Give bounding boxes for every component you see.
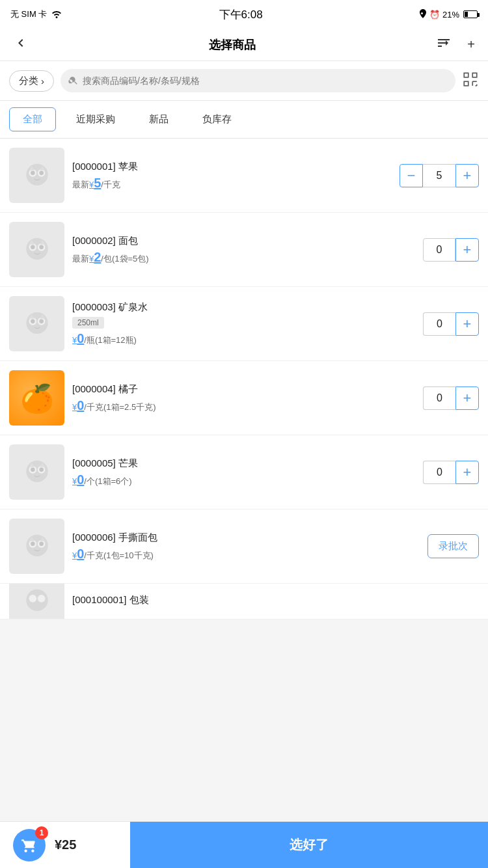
price-currency: ¥	[72, 550, 77, 560]
increase-button[interactable]: +	[455, 164, 479, 187]
price-currency: ¥	[72, 476, 77, 486]
battery-percent: 21%	[442, 10, 459, 20]
page-title: 选择商品	[209, 37, 256, 53]
price-currency: ¥	[72, 402, 77, 412]
price-row: ¥ 0 /千克(1箱=2.5千克)	[72, 398, 415, 413]
price-unit: /千克(1包=10千克)	[84, 550, 154, 562]
increase-button[interactable]: +	[455, 461, 479, 484]
add-button[interactable]: +	[465, 34, 478, 55]
filter-button[interactable]	[433, 33, 454, 57]
scan-icon[interactable]	[462, 71, 479, 91]
owl-logo-icon	[21, 530, 53, 563]
price-row: ¥ 0 /瓶(1箱=12瓶)	[72, 331, 415, 346]
svg-rect-2	[464, 81, 468, 86]
price-amount: 0	[77, 472, 84, 487]
search-input[interactable]	[83, 75, 448, 86]
product-info: [0000006] 手撕面包 ¥ 0 /千克(1包=10千克)	[72, 532, 420, 562]
category-button[interactable]: 分类 ›	[9, 70, 54, 92]
svg-point-39	[39, 541, 44, 546]
carrier-text: 无 SIM 卡	[10, 8, 47, 20]
product-info: [0000005] 芒果 ¥ 0 /个(1箱=6个)	[72, 457, 415, 487]
price-amount: 0	[77, 398, 84, 413]
tab-negative[interactable]: 负库存	[189, 107, 245, 131]
svg-point-38	[31, 541, 35, 546]
quantity-input[interactable]	[423, 387, 455, 410]
quantity-control: +	[423, 312, 479, 336]
cart-total: ¥25	[55, 837, 76, 852]
tab-new[interactable]: 新品	[135, 107, 182, 131]
quantity-control: +	[423, 461, 479, 484]
quantity-control: − +	[400, 164, 479, 187]
quantity-control: +	[423, 238, 479, 262]
price-amount: 2	[94, 250, 101, 265]
price-row: 最新 ¥ 5 /千克	[72, 176, 392, 191]
product-image	[9, 370, 64, 426]
product-item: [0000001] 苹果 最新 ¥ 5 /千克 − +	[0, 139, 488, 213]
svg-point-43	[29, 595, 36, 603]
svg-point-24	[31, 319, 35, 323]
product-image	[9, 444, 64, 500]
cart-area: 1 ¥25	[0, 829, 130, 861]
status-time: 下午6:08	[219, 7, 263, 22]
svg-point-32	[39, 467, 44, 472]
product-image	[9, 148, 64, 203]
tab-recent[interactable]: 近期采购	[62, 107, 129, 131]
price-currency: ¥	[89, 180, 94, 189]
owl-logo-icon	[21, 585, 53, 617]
product-item: [0000006] 手撕面包 ¥ 0 /千克(1包=10千克) 录批次	[0, 509, 488, 584]
product-name: [0000005] 芒果	[72, 457, 415, 470]
product-name: [0000006] 手撕面包	[72, 532, 420, 544]
product-name: [000100001] 包装	[72, 594, 479, 606]
product-image	[9, 296, 64, 351]
bottom-bar: 1 ¥25 选好了	[0, 821, 488, 868]
increase-button[interactable]: +	[455, 387, 479, 410]
product-item: [0000005] 芒果 ¥ 0 /个(1箱=6个) +	[0, 435, 488, 509]
back-button[interactable]	[10, 33, 31, 57]
price-row: ¥ 0 /千克(1包=10千克)	[72, 547, 420, 562]
quantity-input[interactable]	[423, 312, 455, 336]
product-name: [0000001] 苹果	[72, 161, 392, 173]
price-unit: /千克(1箱=2.5千克)	[84, 401, 156, 413]
price-currency: ¥	[72, 335, 77, 345]
quantity-input[interactable]	[423, 461, 455, 484]
nav-right: +	[433, 33, 478, 57]
product-item: [0000004] 橘子 ¥ 0 /千克(1箱=2.5千克) +	[0, 361, 488, 435]
batch-button[interactable]: 录批次	[427, 534, 479, 558]
search-icon	[68, 75, 79, 86]
product-image	[9, 519, 64, 574]
product-info: [0000002] 面包 最新 ¥ 2 /包(1袋=5包)	[72, 235, 415, 265]
cart-icon	[21, 837, 38, 854]
svg-point-31	[31, 467, 35, 472]
product-info: [0000001] 苹果 最新 ¥ 5 /千克	[72, 161, 392, 191]
product-name: [0000003] 矿泉水	[72, 301, 415, 314]
price-unit: /千克	[101, 179, 120, 191]
search-wrapper	[61, 69, 455, 92]
product-image	[9, 222, 64, 277]
price-amount: 5	[94, 176, 101, 191]
product-info: [000100001] 包装	[72, 594, 479, 609]
owl-logo-icon	[21, 456, 53, 489]
product-info: [0000003] 矿泉水 250ml ¥ 0 /瓶(1箱=12瓶)	[72, 301, 415, 346]
product-spec: 250ml	[72, 317, 104, 329]
svg-point-10	[31, 170, 35, 175]
product-item: [000100001] 包装	[0, 584, 488, 619]
price-currency: ¥	[89, 254, 94, 264]
cart-button[interactable]: 1	[13, 829, 46, 861]
wifi-icon	[51, 9, 62, 20]
product-image	[9, 584, 64, 619]
status-carrier: 无 SIM 卡	[10, 8, 62, 20]
status-bar: 无 SIM 卡 下午6:08 ⏰ 21%	[0, 0, 488, 29]
product-list: [0000001] 苹果 最新 ¥ 5 /千克 − +	[0, 139, 488, 671]
quantity-input[interactable]	[423, 164, 455, 187]
svg-point-11	[39, 170, 44, 175]
confirm-button[interactable]: 选好了	[130, 822, 488, 869]
increase-button[interactable]: +	[455, 312, 479, 336]
svg-point-18	[39, 245, 44, 249]
tab-all[interactable]: 全部	[9, 107, 56, 131]
product-item: [0000003] 矿泉水 250ml ¥ 0 /瓶(1箱=12瓶) +	[0, 287, 488, 361]
price-unit: /个(1箱=6个)	[84, 476, 131, 487]
increase-button[interactable]: +	[455, 238, 479, 262]
quantity-input[interactable]	[423, 238, 455, 262]
price-amount: 0	[77, 331, 84, 346]
decrease-button[interactable]: −	[400, 164, 423, 187]
